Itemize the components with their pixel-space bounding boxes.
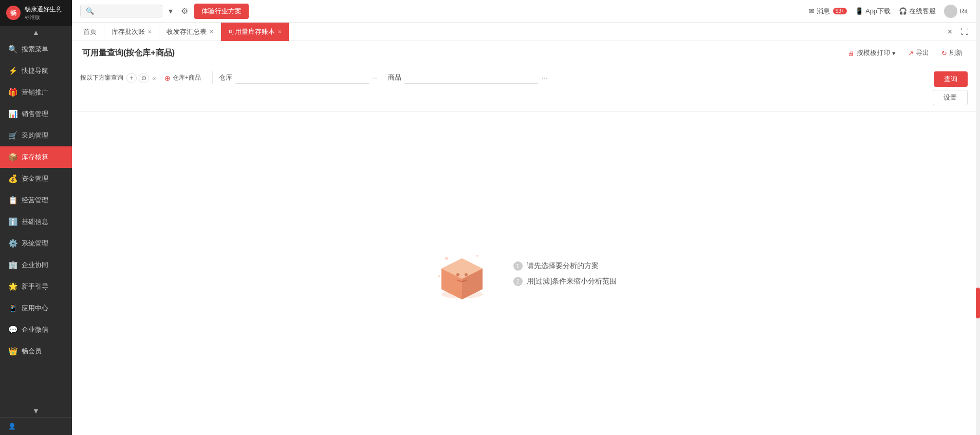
- member-icon: 👑: [8, 347, 17, 356]
- message-icon: ✉: [809, 7, 815, 15]
- messages-button[interactable]: ✉ 消息 99+: [809, 7, 847, 16]
- main-area: 🔍 ▾ ⚙ 体验行业方案 ✉ 消息 99+ 📱 App下载 🎧 在线客服: [72, 0, 976, 435]
- warehouse-more-icon[interactable]: ···: [372, 73, 378, 82]
- scheme-item-warehouse-product[interactable]: ⊕ 仓库+商品: [160, 71, 205, 84]
- print-template-button[interactable]: 🖨 按模板打印 ▾: [845, 46, 899, 60]
- tab-collect-summary[interactable]: 收发存汇总表 ×: [159, 23, 221, 41]
- step-1-text: 请先选择要分析的方案: [527, 261, 599, 271]
- purchase-icon: 🛒: [8, 131, 17, 140]
- sidebar-item-system[interactable]: ⚙️ 系统管理: [0, 233, 72, 254]
- export-label: 导出: [916, 48, 929, 58]
- phone-icon: 📱: [855, 7, 863, 15]
- sidebar-scroll-down[interactable]: ▼: [0, 405, 72, 417]
- add-scheme-button[interactable]: +: [126, 73, 137, 83]
- sidebar-item-marketing[interactable]: 🎁 营销推广: [0, 82, 72, 103]
- sidebar-item-label: 销售管理: [22, 109, 48, 119]
- user-name: Rit: [959, 7, 968, 15]
- sidebar-item-sales[interactable]: 📊 销售管理: [0, 103, 72, 125]
- export-button[interactable]: ↗ 导出: [905, 46, 932, 60]
- app-download-label: App下载: [865, 7, 891, 16]
- sidebar-item-wechat[interactable]: 💬 企业微信: [0, 319, 72, 341]
- page-title: 可用量查询(按仓库+商品): [82, 48, 175, 59]
- top-bar-right: ✉ 消息 99+ 📱 App下载 🎧 在线客服 Rit: [809, 5, 968, 18]
- warehouse-label: 仓库: [219, 73, 232, 82]
- tab-batch-ledger-close[interactable]: ×: [148, 29, 152, 35]
- right-scrollbar-thumb[interactable]: [976, 288, 980, 318]
- tab-home[interactable]: 首页: [76, 23, 104, 41]
- operations-icon: 📋: [8, 196, 17, 205]
- industry-solution-button[interactable]: 体验行业方案: [194, 4, 249, 19]
- online-service-button[interactable]: 🎧 在线客服: [899, 7, 936, 16]
- app-download-button[interactable]: 📱 App下载: [855, 7, 891, 16]
- svg-point-8: [476, 255, 478, 257]
- top-bar: 🔍 ▾ ⚙ 体验行业方案 ✉ 消息 99+ 📱 App下载 🎧 在线客服: [72, 0, 976, 23]
- tab-available-ledger[interactable]: 可用量库存账本 ×: [221, 23, 289, 41]
- sidebar-item-finance[interactable]: 💰 资金管理: [0, 168, 72, 190]
- settings-scheme-button[interactable]: ⊙: [139, 73, 149, 83]
- refresh-label: 刷新: [949, 48, 963, 58]
- product-more-icon[interactable]: ···: [541, 73, 547, 82]
- sidebar-item-enterprise[interactable]: 🏢 企业协同: [0, 254, 72, 276]
- newbie-icon: 🌟: [8, 282, 17, 291]
- sidebar-item-purchase[interactable]: 🛒 采购管理: [0, 125, 72, 146]
- wechat-icon: 💬: [8, 325, 17, 334]
- topbar-gear-button[interactable]: ⚙: [179, 4, 190, 18]
- sidebar-item-app-center[interactable]: 📱 应用中心: [0, 297, 72, 319]
- refresh-icon: ↻: [941, 49, 947, 57]
- warehouse-input[interactable]: [235, 71, 369, 84]
- topbar-settings-button[interactable]: ▾: [167, 4, 175, 18]
- sidebar-item-newbie[interactable]: 🌟 新手引导: [0, 276, 72, 297]
- filter-scheme: 按以下方案查询 + ⊙ « ⊕ 仓库+商品: [80, 71, 213, 84]
- search-box[interactable]: 🔍: [80, 5, 162, 17]
- maximize-button[interactable]: ⛶: [957, 25, 972, 39]
- page-header-actions: 🖨 按模板打印 ▾ ↗ 导出 ↻ 刷新: [845, 46, 966, 60]
- sidebar-footer[interactable]: 👤: [0, 417, 72, 435]
- right-scrollbar[interactable]: [976, 0, 980, 435]
- sidebar-item-label: 搜索菜单: [22, 45, 48, 54]
- top-bar-left: 🔍 ▾ ⚙ 体验行业方案: [80, 4, 803, 19]
- refresh-button[interactable]: ↻ 刷新: [938, 46, 966, 60]
- gift-icon: 🎁: [8, 88, 17, 97]
- step-1-number: 1: [513, 261, 523, 271]
- product-input[interactable]: [404, 71, 538, 84]
- print-dropdown-icon: ▾: [892, 49, 896, 57]
- empty-illustration: [431, 243, 493, 305]
- sidebar-header: 畅 畅康通好生意 标准版: [0, 0, 72, 26]
- tab-batch-ledger[interactable]: 库存批次账 ×: [104, 23, 159, 41]
- sidebar-item-label: 采购管理: [22, 131, 48, 140]
- tab-collect-summary-close[interactable]: ×: [210, 29, 213, 35]
- sidebar-item-search[interactable]: 🔍 搜索菜单: [0, 39, 72, 60]
- sidebar-item-member[interactable]: 👑 畅会员: [0, 341, 72, 362]
- sidebar-scroll-up[interactable]: ▲: [0, 26, 72, 39]
- search-input[interactable]: [97, 8, 157, 15]
- tab-available-ledger-label: 可用量库存账本: [228, 27, 275, 36]
- step-2-text: 用[过滤]条件来缩小分析范围: [527, 277, 617, 286]
- filter-scheme-title: 按以下方案查询: [80, 73, 123, 82]
- sidebar-item-label: 应用中心: [22, 304, 48, 313]
- enterprise-icon: 🏢: [8, 260, 17, 270]
- messages-label: 消息: [817, 7, 830, 16]
- filter-field-product: 商品 ···: [388, 71, 547, 84]
- sidebar-item-quick-nav[interactable]: ⚡ 快捷导航: [0, 60, 72, 82]
- sidebar-item-label: 新手引导: [22, 282, 48, 291]
- filter-scheme-actions: + ⊙ «: [126, 73, 157, 83]
- sidebar-item-inventory[interactable]: 📦 库存核算: [0, 146, 72, 168]
- sidebar-item-label: 营销推广: [22, 88, 48, 97]
- system-icon: ⚙️: [8, 239, 17, 248]
- user-icon: 👤: [8, 423, 16, 430]
- svg-point-7: [445, 257, 448, 260]
- query-button[interactable]: 查询: [934, 71, 968, 87]
- tab-available-ledger-close[interactable]: ×: [278, 29, 282, 35]
- sidebar-item-label: 经营管理: [22, 196, 48, 205]
- sidebar: 畅 畅康通好生意 标准版 ▲ 🔍 搜索菜单 ⚡ 快捷导航 🎁 营销推广 📊 销售…: [0, 0, 72, 435]
- sidebar-item-basic-info[interactable]: ℹ️ 基础信息: [0, 211, 72, 233]
- finance-icon: 💰: [8, 174, 17, 183]
- user-profile[interactable]: Rit: [944, 5, 968, 18]
- empty-step-2: 2 用[过滤]条件来缩小分析范围: [513, 277, 617, 286]
- window-close-button[interactable]: ×: [945, 25, 955, 39]
- sidebar-item-operations[interactable]: 📋 经营管理: [0, 190, 72, 211]
- filter-settings-button[interactable]: 设置: [933, 90, 968, 105]
- page-header: 可用量查询(按仓库+商品) 🖨 按模板打印 ▾ ↗ 导出 ↻ 刷新: [72, 41, 976, 65]
- collapse-scheme-button[interactable]: «: [151, 73, 157, 83]
- empty-state: 1 请先选择要分析的方案 2 用[过滤]条件来缩小分析范围: [72, 112, 976, 435]
